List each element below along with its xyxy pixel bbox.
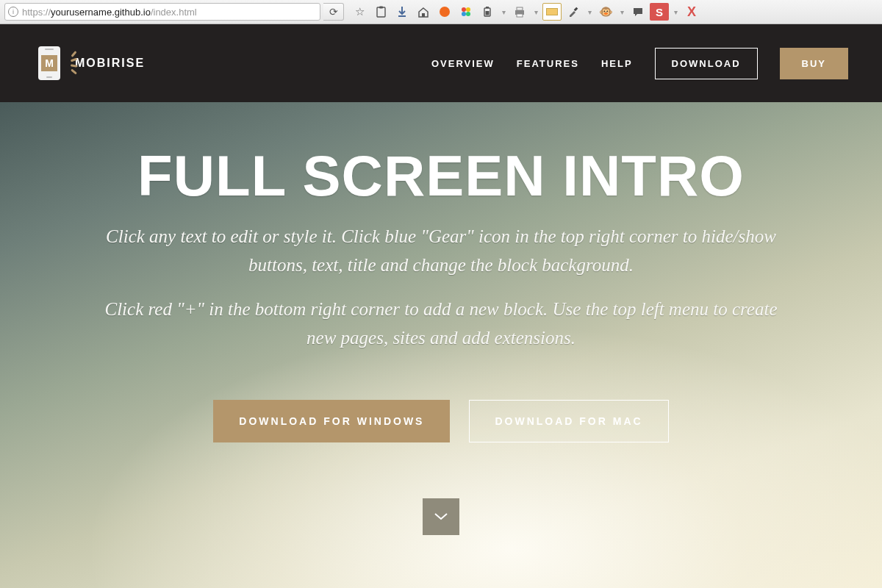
dropdown-icon[interactable]: ▾ xyxy=(671,3,680,21)
logo-icon: M xyxy=(34,46,65,81)
bookmark-star-icon[interactable]: ☆ xyxy=(350,3,369,21)
greasemonkey-icon[interactable]: 🐵 xyxy=(596,3,615,21)
x-extension-icon[interactable]: X xyxy=(682,3,701,21)
svg-rect-17 xyxy=(574,7,578,12)
hero-title[interactable]: FULL SCREEN INTRO xyxy=(0,146,882,207)
svg-rect-1 xyxy=(379,7,383,9)
brand-name: MOBIRISE xyxy=(75,57,145,70)
svg-point-9 xyxy=(462,12,466,16)
address-bar[interactable]: i https://yourusername.github.io/index.h… xyxy=(4,3,320,21)
svg-point-6 xyxy=(442,10,447,14)
svg-rect-3 xyxy=(422,13,425,17)
hero-paragraph-2[interactable]: Click red "+" in the bottom right corner… xyxy=(103,295,779,353)
logo-letter: M xyxy=(41,55,57,71)
s-extension-icon[interactable]: S xyxy=(650,3,669,21)
dropdown-icon[interactable]: ▾ xyxy=(617,3,626,21)
printer-icon[interactable] xyxy=(510,3,529,21)
svg-rect-15 xyxy=(517,7,523,10)
svg-rect-2 xyxy=(398,15,406,17)
nav-help[interactable]: HELP xyxy=(601,58,633,69)
download-windows-button[interactable]: DOWNLOAD FOR WINDOWS xyxy=(213,400,450,442)
svg-rect-0 xyxy=(377,7,385,17)
browser-toolbar: i https://yourusername.github.io/index.h… xyxy=(0,0,882,24)
chevron-down-icon xyxy=(434,512,448,521)
hero-paragraph-1[interactable]: Click any text to edit or style it. Clic… xyxy=(103,223,779,280)
nav-features[interactable]: FEATURES xyxy=(517,58,579,69)
svg-point-8 xyxy=(466,7,470,12)
eyedropper-icon[interactable] xyxy=(564,3,583,21)
main-nav: OVERVIEW FEATURES HELP DOWNLOAD BUY xyxy=(431,48,848,79)
toolbar-icons: ☆ ▾ ▾ ▾ 🐵 ▾ S xyxy=(350,3,707,21)
duckduckgo-icon[interactable] xyxy=(435,3,454,21)
dropdown-icon[interactable]: ▾ xyxy=(585,3,594,21)
svg-rect-16 xyxy=(517,14,523,17)
dropdown-icon[interactable]: ▾ xyxy=(499,3,508,21)
site-header: M MOBIRISE OVERVIEW FEATURES HELP DOWNLO… xyxy=(0,24,882,102)
svg-point-7 xyxy=(462,7,466,12)
color-dots-icon[interactable] xyxy=(456,3,476,21)
url-path: /index.html xyxy=(151,7,197,18)
download-mac-button[interactable]: DOWNLOAD FOR MAC xyxy=(469,400,668,442)
reload-button[interactable]: ⟳ xyxy=(323,3,344,21)
dropdown-icon[interactable]: ▾ xyxy=(531,3,540,21)
battery-icon[interactable] xyxy=(478,3,497,21)
download-arrow-icon[interactable] xyxy=(392,3,412,21)
info-icon[interactable]: i xyxy=(8,7,18,17)
home-icon[interactable] xyxy=(414,3,433,21)
scroll-down-button[interactable] xyxy=(423,498,459,535)
nav-overview[interactable]: OVERVIEW xyxy=(431,58,495,69)
measure-tool-icon[interactable] xyxy=(542,3,562,21)
clipboard-icon[interactable] xyxy=(371,3,390,21)
url-scheme: https:// xyxy=(22,7,51,18)
url-host: yourusername.github.io xyxy=(51,7,151,18)
url-text: https://yourusername.github.io/index.htm… xyxy=(22,7,317,18)
svg-rect-12 xyxy=(486,7,489,8)
logo[interactable]: M MOBIRISE xyxy=(34,46,145,81)
svg-point-10 xyxy=(466,12,470,16)
svg-rect-13 xyxy=(486,11,490,15)
download-button[interactable]: DOWNLOAD xyxy=(655,48,758,79)
chat-icon[interactable] xyxy=(628,3,648,21)
hero-buttons: DOWNLOAD FOR WINDOWS DOWNLOAD FOR MAC xyxy=(0,400,882,442)
buy-button[interactable]: BUY xyxy=(780,48,848,79)
hero-section: FULL SCREEN INTRO Click any text to edit… xyxy=(0,102,882,588)
